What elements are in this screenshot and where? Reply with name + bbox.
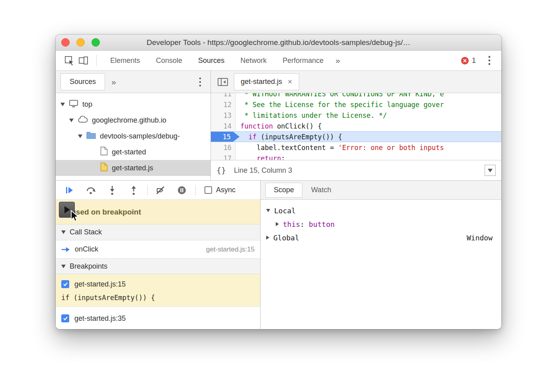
line-number[interactable]: 11 (211, 93, 236, 98)
call-stack-title: Call Stack (70, 228, 102, 236)
tab-network[interactable]: Network (232, 51, 275, 70)
drawer-toggle-button[interactable] (485, 165, 496, 176)
error-count: 1 (472, 57, 476, 65)
call-stack-header[interactable]: Call Stack (56, 224, 260, 240)
tree-item-label: top (82, 100, 92, 109)
close-window-button[interactable] (61, 38, 70, 47)
step-over-icon (86, 186, 95, 195)
async-checkbox[interactable] (205, 186, 212, 194)
editor-tab-get-started-js[interactable]: get-started.js × (234, 73, 299, 90)
debugger-pane: Async Paused on breakpoint Call Stack on… (56, 181, 261, 329)
scope-local-row[interactable]: Local (261, 204, 501, 217)
line-number[interactable]: 12 (211, 101, 236, 109)
code-line: 16 label.textContent = 'Error: one or bo… (211, 142, 501, 153)
breakpoint-location: get-started.js:15 (74, 280, 126, 289)
line-number[interactable]: 17 (211, 154, 236, 160)
tab-sources[interactable]: Sources (190, 51, 232, 70)
step-out-button[interactable] (125, 183, 142, 197)
breakpoint-entry[interactable]: get-started.js:15 if (inputsAreEmpty()) … (56, 274, 260, 307)
line-number[interactable]: 13 (211, 111, 236, 119)
disclosure-expanded-icon[interactable] (69, 119, 74, 122)
inspect-element-icon[interactable] (62, 53, 76, 68)
call-stack-frame[interactable]: onClick get-started.js:15 (56, 240, 260, 258)
tree-item-label: googlechrome.github.io (92, 116, 166, 125)
breakpoint-checkbox[interactable] (61, 280, 69, 288)
tab-watch[interactable]: Watch (302, 186, 340, 194)
code-line: 17 return; (211, 153, 501, 160)
execution-line: 15 15 if (inputsAreEmpty()) { (211, 131, 501, 142)
disclosure-expanded-icon (266, 209, 270, 212)
traffic-lights (61, 35, 100, 50)
step-over-button[interactable] (82, 183, 99, 197)
disclosure-expanded-icon (61, 230, 66, 234)
devtools-window: Developer Tools - https://googlechrome.g… (56, 35, 501, 329)
code-line: 13 * limitations under the License. */ (211, 110, 501, 121)
main-menu-icon[interactable] (482, 53, 497, 68)
breakpoint-checkbox[interactable] (61, 314, 69, 322)
more-panels-chevron[interactable]: » (331, 51, 344, 70)
scope-pane: Scope Watch Local this: button Global Wi… (261, 181, 501, 329)
tab-close-icon[interactable]: × (288, 77, 292, 86)
navigator-toggle-icon[interactable] (214, 74, 232, 90)
tab-scope[interactable]: Scope (265, 183, 302, 198)
deactivate-breakpoints-icon (156, 185, 165, 195)
line-number[interactable]: 16 (211, 144, 236, 152)
tab-console[interactable]: Console (148, 51, 190, 70)
error-icon (461, 57, 469, 65)
tab-performance[interactable]: Performance (275, 51, 331, 70)
tree-item-get-started-js[interactable]: get-started.js (56, 160, 210, 176)
disclosure-expanded-icon[interactable] (78, 135, 82, 138)
sources-panel: Sources » top googlechrome.github.io (56, 71, 501, 181)
main-toolbar: Elements Console Sources Network Perform… (56, 51, 501, 71)
folder-icon (86, 131, 96, 141)
step-into-button[interactable] (103, 183, 121, 197)
breakpoints-title: Breakpoints (70, 262, 107, 271)
disclosure-collapsed-icon (276, 222, 279, 226)
property-value: button (309, 220, 335, 228)
scope-global-row[interactable]: Global Window (261, 231, 501, 244)
navigator-menu-icon[interactable] (194, 76, 206, 88)
tree-item-get-started[interactable]: get-started (56, 144, 210, 160)
code-editor[interactable]: 11 * WITHOUT WARRANTIES OR CONDITIONS OF… (211, 93, 501, 160)
line-number[interactable]: 14 (211, 122, 236, 130)
scope-local-label: Local (274, 207, 296, 215)
resume-button[interactable] (60, 183, 78, 197)
editor-tab-label: get-started.js (241, 78, 282, 86)
scope-global-label: Global (273, 234, 299, 242)
error-badge[interactable]: 1 (461, 57, 478, 65)
breakpoint-code: if (inputsAreEmpty()) { (61, 294, 255, 302)
pretty-print-button[interactable]: {} (216, 166, 226, 175)
deactivate-breakpoints-button[interactable] (152, 183, 169, 197)
file-tree: top googlechrome.github.io devtools-samp… (56, 93, 210, 180)
cloud-icon (78, 116, 88, 125)
minimize-window-button[interactable] (76, 38, 85, 47)
paused-banner: Paused on breakpoint (56, 200, 260, 224)
scope-global-value: Window (467, 234, 496, 242)
tree-item-top[interactable]: top (56, 96, 210, 112)
pause-on-exceptions-button[interactable] (173, 183, 191, 197)
zoom-window-button[interactable] (92, 38, 100, 47)
breakpoints-header[interactable]: Breakpoints (56, 258, 260, 274)
code-line: 14 function onClick() { (211, 121, 501, 131)
scope-tree: Local this: button Global Window (261, 200, 501, 244)
navigator-tab-sources[interactable]: Sources (60, 73, 105, 90)
property-separator: : (300, 220, 309, 228)
device-toolbar-icon[interactable] (76, 53, 91, 68)
disclosure-collapsed-icon (266, 236, 269, 240)
toolbar-separator (195, 185, 196, 195)
tree-item-domain[interactable]: googlechrome.github.io (56, 112, 210, 128)
debugger-toolbar: Async (56, 181, 260, 200)
navigator-tabbar: Sources » (56, 71, 210, 93)
async-label: Async (216, 186, 236, 194)
code-lines: 11 * WITHOUT WARRANTIES OR CONDITIONS OF… (211, 93, 501, 160)
breakpoint-entry[interactable]: get-started.js:35 (56, 308, 260, 328)
scope-this-row[interactable]: this: button (261, 217, 501, 231)
tree-item-folder[interactable]: devtools-samples/debug- (56, 128, 210, 144)
disclosure-expanded-icon[interactable] (60, 103, 65, 106)
property-name: this (283, 220, 300, 228)
debugger-row: Async Paused on breakpoint Call Stack on… (56, 181, 501, 329)
navigator-overflow-chevron[interactable]: » (111, 77, 116, 87)
frame-name: onClick (75, 245, 98, 254)
toolbar-separator (147, 185, 148, 195)
tab-elements[interactable]: Elements (102, 51, 148, 70)
